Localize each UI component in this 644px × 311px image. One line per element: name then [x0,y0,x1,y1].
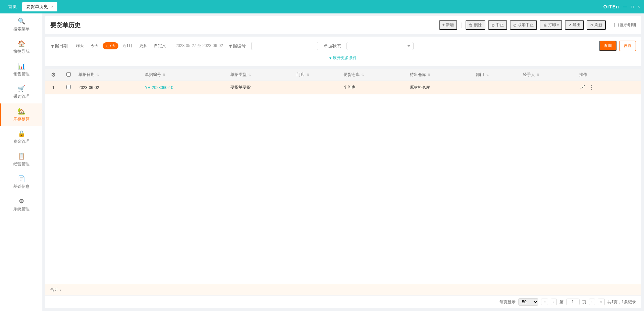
delete-button[interactable]: 🗑 删除 [466,20,485,30]
table-row: 1 2023-06-02 YH-20230602-0 要货单要货 车间库 原材料… [45,81,641,94]
doc-no-input[interactable] [251,42,318,50]
sort-dept-icon[interactable]: ⇅ [486,73,489,77]
sort-doctype-icon[interactable]: ⇅ [248,73,251,77]
date-btn-yesterday[interactable]: 昨天 [73,42,87,49]
th-doc-no: 单据编号 ⇅ [142,69,227,81]
th-settings: ⚙ [45,69,62,81]
row-checkbox[interactable] [66,85,71,89]
refresh-label: 刷新 [594,22,602,28]
stop-button[interactable]: ⊘ 中止 [488,20,507,30]
cell-department [473,81,519,94]
date-btn-1month[interactable]: 近1月 [120,42,136,49]
sort-reqwh-icon[interactable]: ⇅ [361,73,364,77]
status-select[interactable] [346,42,414,50]
show-detail-toggle[interactable]: 显示明细 [614,22,636,28]
top-bar-right: OfTEn — □ × [603,4,640,9]
main-layout: 🔍 搜索菜单 🏠 快捷导航 📊 销售管理 🛒 采购管理 🏡 库存核算 🔒 资金管… [0,13,644,311]
expand-more-btn[interactable]: ▾ 展开更多条件 [50,54,636,62]
sidebar-item-finance[interactable]: 🔒 资金管理 [0,126,42,148]
page-size-select[interactable]: 50 100 200 [518,298,538,306]
date-btn-today[interactable]: 今天 [88,42,101,49]
date-btn-7days[interactable]: 近7天 [103,42,118,49]
sidebar-label-nav: 快捷导航 [13,49,30,54]
date-btn-more[interactable]: 更多 [137,42,150,49]
cell-checkbox [62,81,75,94]
maximize-icon[interactable]: □ [631,4,634,9]
sort-docno-icon[interactable]: ⇅ [163,73,165,77]
sidebar-item-sales[interactable]: 📊 销售管理 [0,58,42,81]
sort-date-icon[interactable]: ⇅ [96,73,99,77]
next-page-button[interactable]: › [589,299,595,305]
sidebar-item-search[interactable]: 🔍 搜索菜单 [0,13,42,36]
expand-more-label: 展开更多条件 [333,55,357,61]
settings-button[interactable]: 设置 [619,41,636,51]
print-dropdown-icon: ▾ [557,23,559,27]
refresh-button[interactable]: ↻ 刷新 [587,20,606,30]
th-pending-warehouse: 待出仓库 ⇅ [407,69,473,81]
cancel-stop-label: 取消中止 [518,22,534,28]
sidebar-label-operations: 经营管理 [13,161,30,167]
show-detail-checkbox[interactable] [614,23,619,27]
date-range-display: 2023-05-27 至 2023-06-02 [175,43,223,49]
cell-handler [520,81,576,94]
first-page-button[interactable]: « [541,299,548,305]
th-checkbox [62,69,75,81]
last-page-button[interactable]: » [598,299,605,305]
pagination: 每页显示 50 100 200 « ‹ 第 页 › » 共1页，1条记录 [45,295,641,308]
table-scroll[interactable]: ⚙ 单据日期 ⇅ 单据编号 ⇅ [45,69,641,284]
divider-2 [610,23,610,28]
sidebar-item-system[interactable]: ⚙ 系统管理 [0,193,42,216]
date-buttons: 昨天 今天 近7天 近1月 更多 自定义 [73,42,169,49]
query-button[interactable]: 查询 [599,41,616,51]
row-more-button[interactable]: ⋮ [588,84,595,91]
prev-page-button[interactable]: ‹ [551,299,557,305]
tab-home[interactable]: 首页 [4,2,21,11]
brand-text: OfTEn [603,4,619,9]
expand-more-icon: ▾ [329,56,331,60]
sidebar-label-inventory: 库存核算 [13,116,30,122]
cell-doc-no: YH-20230602-0 [142,81,227,94]
cell-doc-type: 要货单要货 [227,81,293,94]
sidebar-item-basic[interactable]: 📄 基础信息 [0,171,42,193]
minimize-icon[interactable]: — [623,4,627,9]
table-settings-icon[interactable]: ⚙ [51,72,56,78]
sidebar-item-operations[interactable]: 📋 经营管理 [0,148,42,171]
page-size-label: 每页显示 [499,299,516,305]
filter-row-1: 单据日期 昨天 今天 近7天 近1月 更多 自定义 2023-05-27 至 2… [50,41,636,51]
tab-close-icon[interactable]: × [51,5,53,9]
sidebar-item-purchase[interactable]: 🛒 采购管理 [0,81,42,103]
sidebar-label-sales: 销售管理 [13,71,30,77]
cell-date: 2023-06-02 [75,81,142,94]
sidebar-item-nav[interactable]: 🏠 快捷导航 [0,36,42,58]
page-number-input[interactable] [566,299,580,305]
export-label: 导出 [573,22,581,28]
page-title: 要货单历史 [50,21,80,29]
th-department: 部门 ⇅ [473,69,519,81]
inventory-icon: 🏡 [18,107,25,115]
header-actions: + 新增 🗑 删除 ⊘ 中止 ⊙ 取消中止 🖨 打印 ▾ [439,20,636,30]
sort-store-icon[interactable]: ⇅ [307,73,309,77]
stop-label: 中止 [496,22,504,28]
print-button[interactable]: 🖨 打印 ▾ [540,20,562,30]
new-button[interactable]: + 新增 [439,20,457,30]
cancel-stop-button[interactable]: ⊙ 取消中止 [510,20,537,30]
operations-icon: 📋 [18,152,25,160]
close-window-icon[interactable]: × [638,4,640,9]
sidebar-label-search: 搜索菜单 [13,26,30,32]
date-btn-custom[interactable]: 自定义 [151,42,169,49]
sidebar-item-inventory[interactable]: 🏡 库存核算 [0,103,42,126]
delete-icon: 🗑 [469,23,473,28]
sort-handler-icon[interactable]: ⇅ [537,73,539,77]
row-edit-button[interactable]: 🖊 [579,84,586,91]
select-all-checkbox[interactable] [66,72,71,77]
sort-pendwh-icon[interactable]: ⇅ [428,73,430,77]
purchase-icon: 🛒 [18,85,25,92]
sidebar-label-system: 系统管理 [13,206,30,212]
doc-no-link[interactable]: YH-20230602-0 [145,85,173,90]
cell-req-warehouse: 车间库 [340,81,407,94]
stop-icon: ⊘ [491,23,495,28]
th-handler: 经手人 ⇅ [520,69,576,81]
export-button[interactable]: ↗ 导出 [565,20,584,30]
tab-active[interactable]: 要货单历史 × [22,2,57,11]
main-table: ⚙ 单据日期 ⇅ 单据编号 ⇅ [45,69,641,94]
